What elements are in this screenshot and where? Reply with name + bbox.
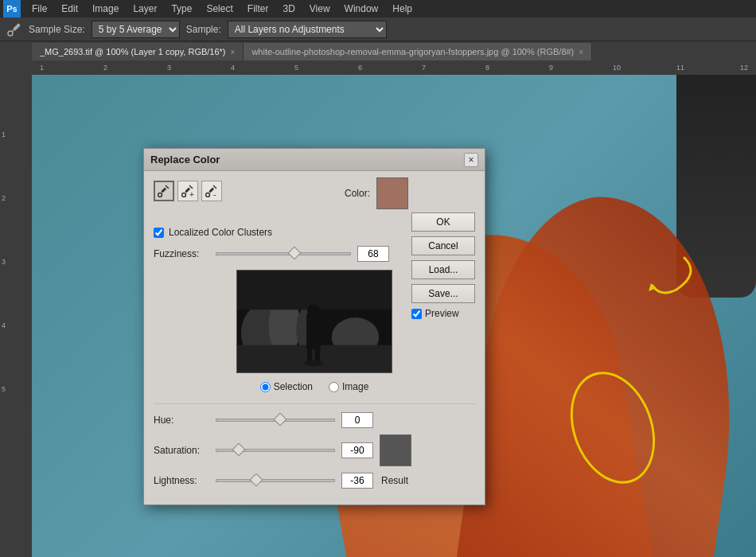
image-label: Image — [342, 381, 368, 392]
preview-checkbox[interactable] — [411, 309, 422, 319]
adjust-section: Hue: 0 Saturation: -90 — [154, 403, 475, 489]
saturation-slider[interactable] — [216, 449, 335, 452]
ruler-left: 1 2 3 4 5 — [0, 75, 32, 557]
svg-point-51 — [304, 360, 323, 367]
lightness-slider[interactable] — [216, 479, 335, 482]
sample-size-select[interactable]: 5 by 5 Average — [92, 21, 180, 38]
menu-select[interactable]: Select — [200, 2, 239, 16]
hue-row: Hue: 0 — [154, 412, 475, 428]
menu-edit[interactable]: Edit — [55, 2, 84, 16]
tab-close-white-outline[interactable]: × — [579, 48, 583, 56]
menu-layer[interactable]: Layer — [127, 2, 163, 16]
image-option[interactable]: Image — [329, 381, 368, 392]
saturation-row: Saturation: -90 — [154, 434, 475, 466]
tab-label-mg2693: _MG_2693.tif @ 100% (Layer 1 copy, RGB/1… — [40, 47, 226, 56]
ruler-left-5: 5 — [0, 329, 32, 393]
ruler-tick-5: 5 — [294, 64, 358, 72]
eyedropper-subtract-button[interactable]: - — [201, 181, 222, 201]
ruler-tick-2: 2 — [103, 64, 167, 72]
svg-rect-50 — [315, 345, 320, 361]
menu-bar: Ps File Edit Image Layer Type Select Fil… — [0, 0, 756, 18]
svg-point-48 — [307, 304, 320, 318]
eyedropper-add-button[interactable]: + — [177, 181, 198, 201]
tab-bar: _MG_2693.tif @ 100% (Layer 1 copy, RGB/1… — [0, 41, 756, 60]
ruler-tick-3: 3 — [167, 64, 231, 72]
menu-image[interactable]: Image — [86, 2, 125, 16]
tab-label-white-outline: white-outline-photoshop-removal-emma-gri… — [251, 47, 574, 56]
menu-view[interactable]: View — [303, 2, 337, 16]
fuzziness-thumb[interactable] — [288, 247, 302, 260]
sample-value-select[interactable]: All Layers no Adjustments — [228, 21, 387, 38]
svg-rect-47 — [306, 314, 321, 349]
load-button[interactable]: Load... — [411, 260, 475, 279]
ruler-tick-12: 12 — [740, 64, 756, 72]
fuzziness-value[interactable]: 68 — [357, 246, 389, 262]
ps-logo: Ps — [3, 0, 21, 18]
menu-filter[interactable]: Filter — [241, 2, 275, 16]
ok-button[interactable]: OK — [411, 212, 475, 232]
svg-rect-49 — [307, 345, 312, 361]
color-preview-label: Color: — [345, 188, 370, 199]
preview-svg — [237, 270, 392, 373]
lightness-value[interactable]: -36 — [341, 473, 373, 489]
selection-radio[interactable] — [260, 382, 271, 392]
dialog-title-bar: Replace Color × — [144, 149, 485, 171]
fuzziness-slider[interactable] — [216, 252, 351, 255]
replace-color-dialog: Replace Color × — [143, 148, 485, 505]
ruler-tick-9: 9 — [549, 64, 613, 72]
ruler-left-1: 1 — [0, 75, 32, 138]
dropper-tools-row: + - — [154, 181, 475, 201]
ruler-tick-11: 11 — [676, 64, 740, 72]
image-radio[interactable] — [329, 382, 339, 392]
saturation-value[interactable]: -90 — [341, 442, 373, 458]
ruler-top: 1 2 3 4 5 6 7 8 9 10 11 12 — [32, 60, 756, 75]
menu-3d[interactable]: 3D — [276, 2, 301, 16]
svg-text:-: - — [213, 190, 216, 197]
ruler-tick-10: 10 — [613, 64, 676, 72]
tab-white-outline[interactable]: white-outline-photoshop-removal-emma-gri… — [244, 43, 592, 60]
menu-help[interactable]: Help — [386, 2, 419, 16]
ruler-tick-8: 8 — [485, 64, 549, 72]
result-label: Result — [381, 475, 408, 486]
hue-label: Hue: — [154, 415, 209, 426]
hue-value[interactable]: 0 — [341, 412, 373, 428]
selection-option[interactable]: Selection — [260, 381, 313, 392]
svg-line-32 — [189, 185, 193, 189]
ruler-tick-7: 7 — [422, 64, 485, 72]
eyedropper-tool-icon — [6, 21, 22, 37]
menu-file[interactable]: File — [25, 2, 53, 16]
sample-label: Sample: — [186, 24, 221, 35]
hue-thumb[interactable] — [274, 413, 287, 427]
localized-clusters-label[interactable]: Localized Color Clusters — [169, 227, 272, 238]
options-bar: Sample Size: 5 by 5 Average Sample: All … — [0, 18, 756, 41]
ruler-left-3: 3 — [0, 202, 32, 266]
svg-line-36 — [213, 185, 216, 189]
hue-slider[interactable] — [216, 419, 335, 422]
result-swatch — [380, 434, 411, 466]
cancel-button[interactable]: Cancel — [411, 236, 475, 255]
menu-window[interactable]: Window — [338, 2, 385, 16]
save-button[interactable]: Save... — [411, 284, 475, 303]
preview-check-row: Preview — [411, 308, 475, 319]
ruler-left-4: 4 — [0, 266, 32, 329]
svg-point-38 — [206, 193, 210, 197]
selection-label: Selection — [274, 381, 313, 392]
eyedropper-button[interactable] — [154, 181, 174, 201]
preview-label[interactable]: Preview — [425, 308, 459, 319]
tab-mg2693[interactable]: _MG_2693.tif @ 100% (Layer 1 copy, RGB/1… — [32, 43, 244, 60]
menu-type[interactable]: Type — [165, 2, 198, 16]
ruler-tick-1: 1 — [40, 64, 103, 72]
dialog-buttons-column: OK Cancel Load... Save... Preview — [411, 212, 475, 319]
color-preview-container: Color: — [345, 177, 408, 209]
localized-clusters-checkbox[interactable] — [154, 228, 164, 238]
dialog-close-button[interactable]: × — [464, 153, 478, 167]
ruler-tick-4: 4 — [231, 64, 294, 72]
canvas-yellow-arrow — [637, 250, 700, 298]
lightness-thumb[interactable] — [250, 473, 263, 487]
saturation-thumb[interactable] — [232, 443, 246, 457]
color-swatch[interactable] — [376, 177, 408, 209]
svg-rect-30 — [161, 187, 166, 193]
canvas-area: 1 2 3 4 5 6 7 8 9 10 11 12 — [0, 60, 756, 557]
tab-close-mg2693[interactable]: × — [231, 48, 236, 56]
dialog-body: + - Color: OK — [144, 171, 485, 504]
